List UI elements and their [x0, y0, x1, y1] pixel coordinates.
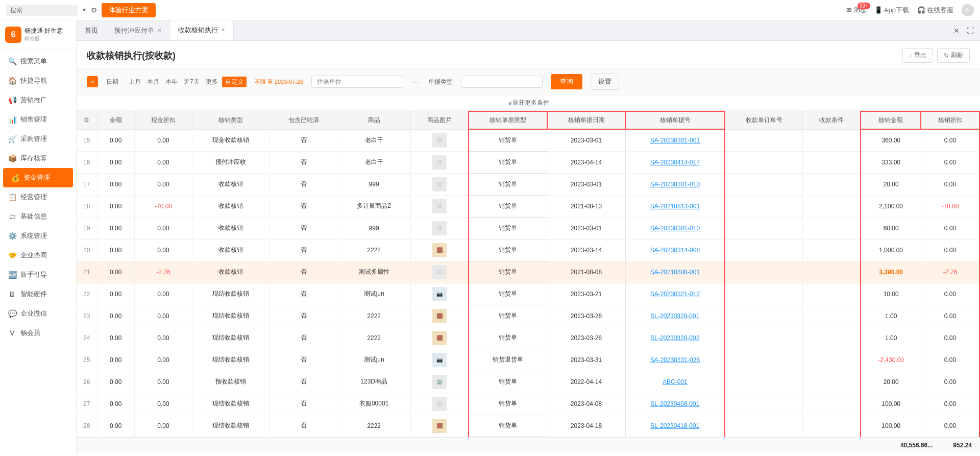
cell-balance: 0.00	[97, 217, 135, 239]
cell-balance: 0.00	[97, 151, 135, 173]
box-icon: 📦	[8, 154, 16, 162]
filter-row: » 日期 上月 本月 本年 近7天 更多 自定义 不限 至 2023-07-26	[87, 74, 970, 90]
cell-cash-discount: 0.00	[135, 173, 192, 195]
tab-prepay[interactable]: 预付冲应付单 ✕	[106, 20, 170, 40]
sidebar-item-system[interactable]: ⚙️ 系统管理	[0, 226, 76, 246]
sidebar-item-guide[interactable]: 🆕 新手引导	[0, 265, 76, 284]
cell-goods: 123D商品	[337, 371, 410, 393]
sidebar-item-wechat[interactable]: 💬 企业微信	[0, 304, 76, 323]
expand-more-label: 展开更多条件	[512, 99, 549, 107]
cell-verify-bill-no[interactable]: SA-20230414-017	[625, 151, 724, 173]
expand-more-bar[interactable]: ∨ 展开更多条件	[77, 95, 980, 111]
settings-icon: ⚙️	[8, 232, 16, 240]
cell-cash-discount: 0.00	[135, 415, 192, 437]
sidebar-item-shortcut[interactable]: 🏠 快捷导航	[0, 71, 76, 90]
cell-goods: 2222	[337, 239, 410, 261]
sidebar-item-basic[interactable]: 🗂 基础信息	[0, 207, 76, 226]
online-service-link[interactable]: 🎧 在线客服	[917, 6, 953, 15]
date-this-month[interactable]: 本月	[145, 77, 161, 87]
cell-verify-type: 现结收款核销	[192, 327, 270, 349]
cell-verify-bill-no[interactable]: SL-20230408-001	[625, 393, 724, 415]
cell-verify-bill-date: 2023-03-28	[547, 327, 626, 349]
sidebar-item-marketing[interactable]: 📢 营销推广	[0, 90, 76, 110]
query-button[interactable]: 查询	[551, 74, 582, 89]
avatar[interactable]: Rit	[962, 4, 974, 16]
tab-collection[interactable]: 收款核销执行 ✕	[170, 20, 234, 40]
cart-icon: 🛒	[8, 135, 16, 143]
date-7days[interactable]: 近7天	[182, 77, 202, 87]
close-tab-icon[interactable]: ✕	[951, 26, 962, 36]
date-this-year[interactable]: 本年	[163, 77, 180, 87]
refresh-icon: ↻	[944, 52, 949, 59]
table-row: 150.000.00现金收款核销否老白干🖼销货单2023-03-01SA-202…	[77, 129, 979, 151]
cell-verify-bill-no[interactable]: SA-20230301-010	[625, 173, 724, 195]
sidebar-item-company[interactable]: 🤝 企业协同	[0, 246, 76, 265]
search-input[interactable]	[6, 5, 78, 16]
clipboard-icon: 📋	[8, 193, 16, 201]
cell-verify-bill-no[interactable]: SL-20230328-001	[625, 305, 724, 327]
cell-verify-bill-no[interactable]: SA-20210813-001	[625, 195, 724, 217]
export-button[interactable]: ↑ 导出	[902, 48, 933, 63]
date-more[interactable]: 更多	[204, 77, 220, 87]
app-download-link[interactable]: 📱 App下载	[874, 6, 909, 15]
cell-verify-bill-type: 销货单	[469, 151, 547, 173]
date-custom[interactable]: 自定义	[222, 77, 247, 87]
th-gear[interactable]: ⚙	[77, 111, 97, 129]
message-icon-wrap[interactable]: ✉ 99+ 消息	[846, 6, 866, 14]
tab-collection-close[interactable]: ✕	[221, 27, 225, 33]
filter-expand-arrow[interactable]: »	[87, 76, 98, 87]
cell-verify-bill-no[interactable]: SA-20230331-026	[625, 349, 724, 371]
table-row: 270.000.00现结收款核销否衣服00001🖼销货单2023-04-08SL…	[77, 393, 979, 415]
cell-verify-bill-date: 2023-03-28	[547, 305, 626, 327]
sidebar-item-sales[interactable]: 📊 销售管理	[0, 110, 76, 129]
cell-verify-bill-no[interactable]: SA-20230321-012	[625, 283, 724, 305]
sidebar-item-search[interactable]: 🔍 搜索菜单	[0, 52, 76, 71]
bill-type-select[interactable]	[461, 76, 543, 88]
sidebar-item-management[interactable]: 📋 经营管理	[0, 187, 76, 207]
cell-goods-img: 🟫	[410, 239, 469, 261]
cell-goods: 2222	[337, 415, 410, 437]
sidebar-item-purchase[interactable]: 🛒 采购管理	[0, 129, 76, 149]
row-number: 15	[77, 129, 97, 151]
sidebar-item-label: 营销推广	[20, 95, 47, 105]
cell-verify-discount: 0.00	[921, 305, 979, 327]
refresh-button[interactable]: ↻ 刷新	[937, 48, 970, 63]
cell-balance: 0.00	[97, 415, 135, 437]
tab-bar: 首页 预付冲应付单 ✕ 收款核销执行 ✕ ✕ ⛶	[77, 20, 980, 41]
th-verify-bill-date: 核销单据日期	[547, 111, 626, 129]
date-last-month[interactable]: 上月	[127, 77, 143, 87]
date-range: 不限 至 2023-07-26	[255, 78, 303, 86]
th-verify-type: 核销类型	[192, 111, 270, 129]
sidebar-item-finance[interactable]: 💰 资金管理	[3, 168, 73, 187]
cell-verify-bill-no[interactable]: SA-20230314-008	[625, 239, 724, 261]
row-number: 20	[77, 239, 97, 261]
cell-goods-img: 🖼	[410, 195, 469, 217]
cell-verify-bill-no[interactable]: SL-20230328-002	[625, 327, 724, 349]
cell-verify-bill-no[interactable]: SA-20230301-001	[625, 129, 724, 151]
sidebar-item-hardware[interactable]: 🖥 智能硬件	[0, 284, 76, 304]
cell-goods: 老白干	[337, 129, 410, 151]
cell-goods-img: 🟫	[410, 327, 469, 349]
trial-button[interactable]: 体验行业方案	[102, 3, 156, 17]
footer-verify-discount: 952.24	[953, 442, 972, 449]
sidebar-item-label: 智能硬件	[20, 290, 47, 299]
cell-goods-img: 🟫	[410, 305, 469, 327]
cell-verify-bill-no[interactable]: SA-20230301-010	[625, 217, 724, 239]
tab-home[interactable]: 首页	[77, 20, 106, 40]
sidebar-item-inventory[interactable]: 📦 库存核算	[0, 149, 76, 168]
cell-verify-bill-no[interactable]: SA-20210808-001	[625, 261, 724, 283]
cell-collection-order-no	[725, 371, 803, 393]
page-actions: ↑ 导出 ↻ 刷新	[902, 48, 970, 63]
cell-verify-bill-no[interactable]: SL-20230418-001	[625, 415, 724, 437]
filter-settings-button[interactable]: 设置	[591, 74, 619, 90]
cell-verify-bill-no[interactable]: ABC-001	[625, 371, 724, 393]
cell-verify-bill-type: 销货单	[469, 195, 547, 217]
cell-cash-discount: 0.00	[135, 283, 192, 305]
sidebar-item-member[interactable]: V 畅会员	[0, 323, 76, 343]
expand-tab-icon[interactable]: ⛶	[965, 26, 976, 36]
tab-prepay-close[interactable]: ✕	[157, 28, 161, 33]
gear-icon[interactable]: ⚙	[91, 6, 97, 14]
from-unit-input[interactable]	[311, 76, 403, 88]
cell-verify-amount: 360.00	[861, 129, 921, 151]
cell-verify-amount: 1.00	[861, 327, 921, 349]
